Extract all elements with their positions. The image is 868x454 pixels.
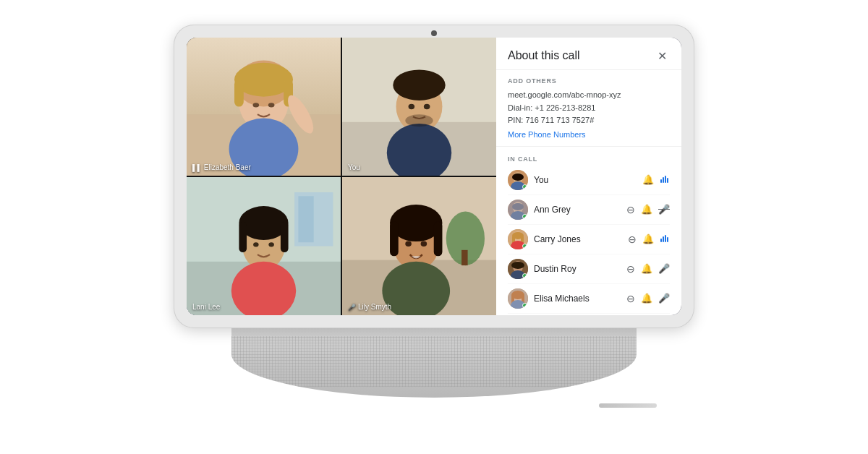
svg-rect-46 <box>663 177 664 183</box>
person-video-2 <box>342 38 496 176</box>
remove-icon-dustin[interactable]: ⊖ <box>626 263 635 275</box>
camera-dot <box>431 30 437 36</box>
panel-header: About this call ✕ <box>496 38 681 70</box>
remove-icon-carry[interactable]: ⊖ <box>628 234 637 245</box>
participant-actions-elisa: ⊖ 🔔 🎤 <box>626 293 670 304</box>
close-button[interactable]: ✕ <box>654 48 670 64</box>
bell-icon-carry[interactable]: 🔔 <box>642 234 654 244</box>
bell-icon-ann[interactable]: 🔔 <box>641 204 652 215</box>
avatar-dustin <box>508 259 528 279</box>
audio-active-icon-you[interactable] <box>660 174 670 186</box>
tablet-screen-body: ▌▌ Elizabeth Baer <box>174 25 694 328</box>
svg-point-28 <box>253 242 258 247</box>
svg-point-18 <box>405 114 433 127</box>
mute-icon-dustin[interactable]: 🎤 <box>658 263 670 274</box>
svg-rect-47 <box>665 176 666 183</box>
call-info: meet.google.com/abc-mnop-xyz Dial-in: +1… <box>508 89 670 127</box>
add-others-section: ADD OTHERS meet.google.com/abc-mnop-xyz … <box>496 70 681 143</box>
participant-name-carry: Carry Jones <box>534 234 628 244</box>
svg-rect-25 <box>239 221 247 252</box>
svg-point-16 <box>409 104 415 109</box>
status-dot-you <box>522 184 527 189</box>
video-label-1: ▌▌ Elizabeth Baer <box>192 163 251 171</box>
pin: PIN: 716 711 713 7527# <box>508 114 670 127</box>
participant-actions-ann: ⊖ 🔔 🎤 <box>626 204 670 215</box>
more-phone-numbers-link[interactable]: More Phone Numbers <box>508 130 670 139</box>
participant-row-elisa: Elisa Michaels ⊖ 🔔 🎤 <box>508 284 670 314</box>
bell-icon-dustin[interactable]: 🔔 <box>641 263 652 274</box>
svg-point-9 <box>253 103 260 107</box>
participant-name-you: You <box>534 175 642 185</box>
status-dot-ann <box>522 214 527 219</box>
mute-icon-elisa[interactable]: 🎤 <box>658 293 670 304</box>
avatar-ann <box>508 200 528 220</box>
participant-name-label-3: Lani Lee <box>192 303 220 311</box>
video-label-4: 🎤 Lily Smyth <box>348 303 391 311</box>
person-video-3 <box>187 177 341 315</box>
remove-icon-elisa[interactable]: ⊖ <box>626 293 635 304</box>
svg-point-14 <box>393 69 445 100</box>
screen: ▌▌ Elizabeth Baer <box>187 38 681 315</box>
avatar-you <box>508 170 528 190</box>
participant-name-elisa: Elisa Michaels <box>534 294 626 304</box>
about-call-panel: About this call ✕ ADD OTHERS meet.google… <box>496 38 681 315</box>
svg-rect-37 <box>434 221 443 256</box>
svg-rect-33 <box>461 250 468 265</box>
bell-icon-elisa[interactable]: 🔔 <box>641 293 652 304</box>
participant-row-you: You 🔔 <box>508 166 670 195</box>
mute-icon-ann[interactable]: 🎤 <box>658 204 670 215</box>
meet-link: meet.google.com/abc-mnop-xyz <box>508 89 670 102</box>
video-label-2: You <box>348 163 360 171</box>
participant-name-label-1: Elizabeth Baer <box>204 163 251 171</box>
svg-point-29 <box>268 242 273 247</box>
bell-icon-you[interactable]: 🔔 <box>642 174 654 185</box>
svg-rect-59 <box>660 239 662 242</box>
power-cable <box>599 403 657 408</box>
audio-bars-icon-1: ▌▌ <box>192 164 202 171</box>
video-label-3: Lani Lee <box>192 303 220 311</box>
svg-point-10 <box>268 103 275 107</box>
svg-rect-48 <box>667 178 668 183</box>
add-others-label: ADD OTHERS <box>508 77 670 85</box>
svg-rect-61 <box>665 235 666 242</box>
svg-point-39 <box>405 241 412 247</box>
participant-row-dustin: Dustin Roy ⊖ 🔔 🎤 <box>508 254 670 284</box>
video-cell-4: 🎤 Lily Smyth <box>342 177 496 315</box>
svg-point-65 <box>511 262 524 269</box>
avatar-carry <box>508 229 528 249</box>
svg-rect-62 <box>667 237 668 242</box>
participant-name-dustin: Dustin Roy <box>534 264 626 274</box>
svg-point-51 <box>512 203 524 210</box>
video-grid: ▌▌ Elizabeth Baer <box>187 38 496 315</box>
video-cell-2: You <box>342 38 496 176</box>
svg-rect-36 <box>390 221 399 256</box>
participant-name-ann: Ann Grey <box>534 205 626 215</box>
svg-rect-22 <box>298 196 313 242</box>
speaker-base <box>231 325 637 398</box>
avatar-elisa <box>508 288 528 309</box>
speaker-fabric <box>231 336 637 387</box>
svg-rect-45 <box>660 179 662 183</box>
svg-point-40 <box>421 241 427 247</box>
participant-name-label-2: You <box>348 163 360 171</box>
status-dot-elisa <box>522 303 527 308</box>
participant-actions-carry: ⊖ 🔔 <box>628 233 670 245</box>
participant-row-carry: Carry Jones ⊖ 🔔 <box>508 225 670 254</box>
svg-rect-26 <box>281 221 289 252</box>
audio-active-icon-carry[interactable] <box>660 233 670 245</box>
panel-title: About this call <box>508 49 580 62</box>
remove-icon-ann[interactable]: ⊖ <box>626 204 635 215</box>
participant-actions-dustin: ⊖ 🔔 🎤 <box>626 263 670 275</box>
dial-in: Dial-in: +1 226-213-8281 <box>508 102 670 115</box>
svg-point-17 <box>424 104 430 109</box>
video-cell-3: Lani Lee <box>187 177 341 315</box>
svg-rect-5 <box>234 80 244 106</box>
participant-actions-you: 🔔 <box>642 174 670 186</box>
participant-name-label-4: Lily Smyth <box>358 303 391 311</box>
person-video-1 <box>187 38 341 176</box>
in-call-label: IN CALL <box>508 150 670 166</box>
person-video-4 <box>342 177 496 315</box>
status-dot-carry <box>522 244 527 249</box>
participant-row-ann: Ann Grey ⊖ 🔔 🎤 <box>508 195 670 225</box>
mute-icon-4: 🎤 <box>348 304 356 311</box>
